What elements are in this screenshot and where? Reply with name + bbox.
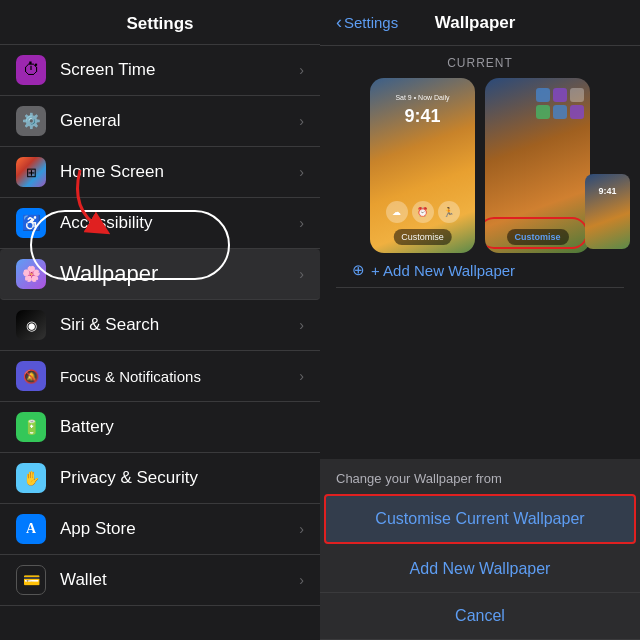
screen-time-icon: ⏱ [16,55,46,85]
general-label: General [60,111,299,131]
add-new-option[interactable]: Add New Wallpaper [320,546,640,593]
widget-icon: ⏰ [412,201,434,223]
chevron-right-icon: › [299,215,304,231]
right-panel: ‹ Settings Wallpaper CURRENT Sat 9 • Now… [320,0,640,640]
left-header: Settings [0,0,320,45]
chevron-right-icon: › [299,572,304,588]
list-item[interactable]: ⏱ Screen Time › [0,45,320,96]
settings-list: ⏱ Screen Time › ⚙️ General › ⊞ Home Scre… [0,45,320,606]
wallet-label: Wallet [60,570,299,590]
home-screen-preview[interactable]: Customise [485,78,590,253]
wallpaper-label: Wallpaper [60,261,299,287]
battery-item[interactable]: 🔋 Battery [0,402,320,453]
customise-current-option[interactable]: Customise Current Wallpaper [324,494,636,544]
home-icon [553,88,567,102]
appstore-icon: A [16,514,46,544]
cancel-option[interactable]: Cancel [320,593,640,640]
plus-icon: ⊕ [352,261,365,279]
mini-phone-preview: 9:41 [585,174,630,249]
home-screen-icon: ⊞ [16,157,46,187]
chevron-right-icon: › [299,368,304,384]
chevron-right-icon: › [299,62,304,78]
wallpaper-preview-area: CURRENT Sat 9 • Now Daily 9:41 ☁ ⏰ 🏃 Cus… [320,46,640,298]
widget-icon: 🏃 [438,201,460,223]
mini-phone-bg: 9:41 [585,174,630,249]
add-wallpaper-label: + Add New Wallpaper [371,262,515,279]
lock-date: Sat 9 • Now Daily [395,94,449,101]
accessibility-icon: ♿ [16,208,46,238]
home-icon [570,105,584,119]
battery-label: Battery [60,417,304,437]
list-item[interactable]: ◉ Siri & Search › [0,300,320,351]
chevron-left-icon: ‹ [336,12,342,33]
focus-icon: 🔕 [16,361,46,391]
customise-lock-btn[interactable]: Customise [393,229,452,245]
screen-time-label: Screen Time [60,60,299,80]
privacy-item[interactable]: ✋ Privacy & Security [0,453,320,504]
home-screen-label: Home Screen [60,162,299,182]
home-icon [536,105,550,119]
accessibility-label: Accessibility [60,213,299,233]
list-item[interactable]: ⊞ Home Screen › [0,147,320,198]
siri-label: Siri & Search [60,315,299,335]
back-button[interactable]: ‹ Settings [336,12,398,33]
wallpaper-screens: Sat 9 • Now Daily 9:41 ☁ ⏰ 🏃 Customise [336,78,624,253]
home-icons-grid [536,88,584,119]
chevron-right-icon: › [299,113,304,129]
lock-time: 9:41 [404,106,440,127]
focus-notifications-label: Focus & Notifications [60,368,299,385]
chevron-right-icon: › [299,266,304,282]
chevron-right-icon: › [299,317,304,333]
home-icon [570,88,584,102]
lock-screen-bg: Sat 9 • Now Daily 9:41 ☁ ⏰ 🏃 Customise [370,78,475,253]
chevron-right-icon: › [299,521,304,537]
battery-icon: 🔋 [16,412,46,442]
wallpaper-page-title: Wallpaper [398,13,552,33]
wallpaper-icon: 🌸 [16,259,46,289]
wallet-item[interactable]: 💳 Wallet › [0,555,320,606]
back-label: Settings [344,14,398,31]
wallpaper-item[interactable]: 🌸 Wallpaper › [0,249,320,300]
appstore-label: App Store [60,519,299,539]
left-panel: Settings ⏱ Screen Time › ⚙️ General › ⊞ … [0,0,320,640]
lock-screen-preview[interactable]: Sat 9 • Now Daily 9:41 ☁ ⏰ 🏃 Customise [370,78,475,253]
left-title: Settings [126,14,193,33]
home-screen-bg: Customise [485,78,590,253]
chevron-right-icon: › [299,164,304,180]
list-item[interactable]: 🔕 Focus & Notifications › [0,351,320,402]
appstore-item[interactable]: A App Store › [0,504,320,555]
home-icon [536,88,550,102]
sheet-title: Change your Wallpaper from [320,459,640,492]
widget-icon: ☁ [386,201,408,223]
customise-home-btn[interactable]: Customise [506,229,568,245]
add-wallpaper-button[interactable]: ⊕ + Add New Wallpaper [336,253,624,288]
list-item[interactable]: ⚙️ General › [0,96,320,147]
wallet-icon: 💳 [16,565,46,595]
lock-widgets: ☁ ⏰ 🏃 [386,201,460,223]
privacy-icon: ✋ [16,463,46,493]
right-header: ‹ Settings Wallpaper [320,0,640,46]
current-label: CURRENT [336,56,624,70]
change-wallpaper-sheet: Change your Wallpaper from Customise Cur… [320,459,640,640]
privacy-label: Privacy & Security [60,468,304,488]
mini-time: 9:41 [598,186,616,196]
siri-icon: ◉ [16,310,46,340]
list-item[interactable]: ♿ Accessibility › [0,198,320,249]
home-icon [553,105,567,119]
general-icon: ⚙️ [16,106,46,136]
